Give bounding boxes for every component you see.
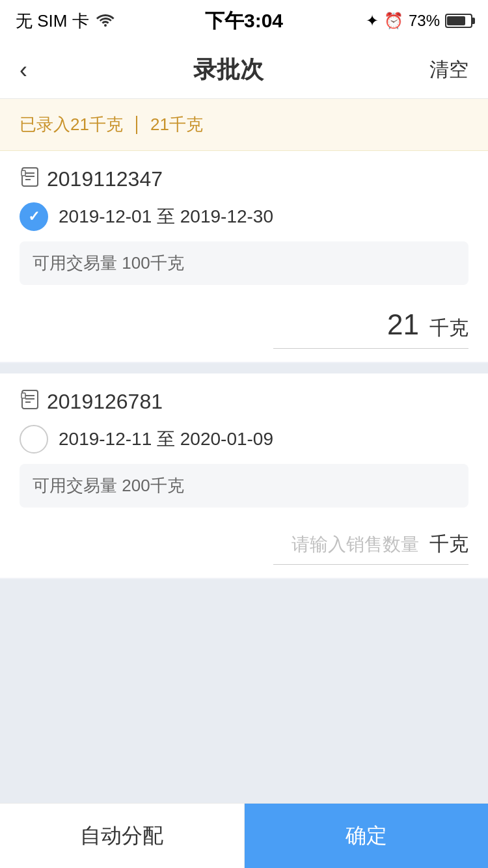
- batch-2-icon: [20, 389, 40, 414]
- batch-1-header: 2019112347: [20, 167, 468, 192]
- batch-1-quantity-value: 21: [387, 308, 419, 341]
- batch-2-input-unit: 千克: [429, 531, 468, 558]
- carrier-label: 无 SIM 卡: [16, 10, 89, 33]
- batch-card-1: 2019112347 ✓ 2019-12-01 至 2019-12-30 可用交…: [0, 151, 488, 362]
- svg-rect-4: [21, 170, 25, 176]
- status-left: 无 SIM 卡: [16, 10, 115, 33]
- battery-icon: [445, 14, 472, 28]
- batch-1-radio[interactable]: ✓: [20, 202, 48, 231]
- batch-2-date-row[interactable]: 2019-12-11 至 2020-01-09: [20, 425, 468, 454]
- batch-2-radio[interactable]: [20, 425, 48, 454]
- back-button[interactable]: ‹: [20, 57, 27, 84]
- batch-1-available: 可用交易量 100千克: [20, 241, 468, 285]
- batch-2-input-underline: [0, 564, 488, 578]
- batch-1-underline-line: [273, 348, 468, 349]
- batch-1-check-icon: ✓: [28, 208, 40, 225]
- batch-1-date: 2019-12-01 至 2019-12-30: [59, 204, 273, 229]
- summary-entered-label: 已录入21千克: [20, 113, 123, 136]
- summary-banner: 已录入21千克 21千克: [0, 99, 488, 151]
- batch-1-icon: [20, 167, 40, 192]
- svg-rect-9: [21, 393, 25, 398]
- batch-card-1-inner: 2019112347 ✓ 2019-12-01 至 2019-12-30 可用交…: [0, 151, 488, 298]
- batch-1-quantity-unit: 千克: [429, 315, 468, 342]
- batch-card-2-inner: 2019126781 2019-12-11 至 2020-01-09 可用交易量…: [0, 373, 488, 521]
- batch-card-2: 2019126781 2019-12-11 至 2020-01-09 可用交易量…: [0, 373, 488, 578]
- status-right: ✦ ⏰ 73%: [366, 12, 472, 30]
- alarm-icon: ⏰: [384, 12, 403, 30]
- bottom-bar: 自动分配 确定: [0, 803, 488, 868]
- location-icon: ✦: [366, 12, 379, 30]
- page-title: 录批次: [193, 54, 264, 86]
- section-divider: [0, 363, 488, 373]
- auto-distribute-button[interactable]: 自动分配: [0, 804, 245, 868]
- batch-1-quantity-block: 21 千克: [0, 298, 488, 348]
- batch-2-header: 2019126781: [20, 389, 468, 414]
- summary-divider: [136, 116, 137, 134]
- batch-1-date-row[interactable]: ✓ 2019-12-01 至 2019-12-30: [20, 202, 468, 231]
- nav-bar: ‹ 录批次 清空: [0, 42, 488, 99]
- content-area: 已录入21千克 21千克 2019112347: [0, 99, 488, 868]
- batch-1-underline: [0, 348, 488, 362]
- status-bar: 无 SIM 卡 下午3:04 ✦ ⏰ 73%: [0, 0, 488, 42]
- batch-1-id: 2019112347: [47, 167, 163, 191]
- confirm-button[interactable]: 确定: [245, 804, 489, 868]
- clear-button[interactable]: 清空: [429, 57, 468, 83]
- batch-2-input-line: [273, 564, 468, 565]
- batch-2-date: 2019-12-11 至 2020-01-09: [59, 427, 273, 452]
- status-time: 下午3:04: [205, 8, 283, 34]
- battery-percent: 73%: [409, 12, 440, 30]
- wifi-icon: [96, 11, 115, 31]
- batch-2-input-placeholder: 请输入销售数量: [291, 532, 419, 557]
- batch-2-id: 2019126781: [47, 390, 163, 414]
- batch-2-input-block: 请输入销售数量 千克: [0, 521, 488, 564]
- summary-amount: 21千克: [150, 113, 203, 136]
- batch-2-available: 可用交易量 200千克: [20, 464, 468, 508]
